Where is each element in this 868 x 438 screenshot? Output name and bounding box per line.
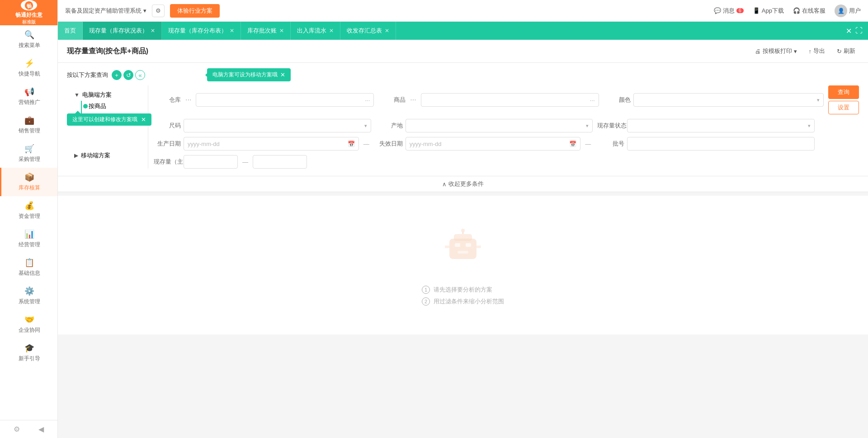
sidebar-item-quick-nav[interactable]: ⚡ 快捷导航 bbox=[0, 54, 57, 82]
sidebar-item-enterprise[interactable]: 🤝 企业协同 bbox=[0, 310, 57, 339]
production-date-start[interactable]: yyyy-mm-dd 📅 bbox=[184, 137, 359, 151]
tab-batch[interactable]: 库存批次账 ✕ bbox=[241, 22, 291, 40]
warehouse-label: 仓库 bbox=[154, 96, 181, 104]
stock-main-end[interactable] bbox=[253, 155, 307, 169]
goods-input[interactable]: ··· bbox=[421, 93, 599, 107]
tab-batch-label: 库存批次账 bbox=[247, 27, 277, 35]
sidebar-item-guide[interactable]: 🎓 新手引导 bbox=[0, 339, 57, 367]
field-origin: 产地 ▾ bbox=[376, 119, 593, 132]
tab-fullscreen-icon[interactable]: ⛶ bbox=[855, 27, 863, 35]
tab-close-icon[interactable]: ✕ bbox=[279, 28, 284, 34]
tab-close-icon[interactable]: ✕ bbox=[329, 28, 334, 34]
scheme-section: ▼ 电脑端方案 按商品 按规格 bbox=[67, 85, 148, 169]
online-support-label: 在线客服 bbox=[802, 7, 826, 15]
sidebar-item-label: 库存核算 bbox=[19, 184, 40, 192]
message-action[interactable]: 💬 消息 6 bbox=[714, 7, 744, 15]
sidebar-item-inventory[interactable]: 📦 库存核算 bbox=[0, 168, 57, 196]
tab-inventory-status[interactable]: 现存量（库存状况表） ✕ bbox=[83, 22, 162, 40]
edit-tooltip-close-icon[interactable]: ✕ bbox=[141, 116, 146, 123]
quick-nav-icon: ⚡ bbox=[24, 58, 34, 68]
date-placeholder: yyyy-mm-dd bbox=[410, 141, 442, 147]
sidebar-item-basic-info[interactable]: 📋 基础信息 bbox=[0, 253, 57, 282]
scheme-group-pc[interactable]: ▼ 电脑端方案 bbox=[71, 89, 115, 101]
goods-dots[interactable]: ··· bbox=[410, 96, 416, 104]
tab-close-icon[interactable]: ✕ bbox=[151, 28, 155, 34]
sidebar-item-finance[interactable]: 💰 资金管理 bbox=[0, 196, 57, 225]
production-date-label: 生产日期 bbox=[154, 140, 181, 148]
dots-icon: ··· bbox=[365, 97, 370, 104]
expiry-date-start[interactable]: yyyy-mm-dd 📅 bbox=[406, 137, 581, 151]
tab-close-icon[interactable]: ✕ bbox=[230, 28, 234, 34]
edit-tooltip-text: 这里可以创建和修改方案哦 bbox=[72, 116, 137, 123]
tab-summary[interactable]: 收发存汇总表 ✕ bbox=[340, 22, 396, 40]
tab-inventory-dist-label: 现存量（库存分布表） bbox=[168, 27, 227, 35]
settings-button[interactable]: ⚙ bbox=[152, 5, 165, 17]
edit-scheme-btn[interactable]: ↺ bbox=[123, 70, 133, 80]
sidebar-item-label: 企业协同 bbox=[19, 326, 40, 334]
color-select[interactable]: ▾ bbox=[633, 93, 824, 107]
tab-bar-actions: ✕ ⛶ bbox=[846, 27, 868, 35]
field-stock-main: 现存量（主） — bbox=[154, 155, 335, 169]
sidebar-item-sales[interactable]: 💼 销售管理 bbox=[0, 111, 57, 139]
svg-point-5 bbox=[461, 229, 465, 232]
scheme-tooltip: 电脑方案可设为移动方案哦 ✕ bbox=[207, 68, 291, 81]
finance-icon: 💰 bbox=[24, 201, 34, 211]
sidebar-item-search[interactable]: 🔍 搜索菜单 bbox=[0, 25, 57, 54]
field-goods: 商品 ··· ··· bbox=[378, 93, 599, 107]
settings-footer-btn[interactable]: ⚙ bbox=[14, 425, 20, 433]
print-label: 按模板打印 bbox=[763, 47, 792, 55]
inventory-icon: 📦 bbox=[24, 172, 34, 182]
app-download-action[interactable]: 📱 App下载 bbox=[753, 7, 784, 15]
batch-no-input[interactable] bbox=[627, 137, 815, 151]
tab-flow[interactable]: 出入库流水 ✕ bbox=[291, 22, 340, 40]
collapse-bar[interactable]: ∧ 收起更多条件 bbox=[58, 176, 868, 192]
online-support-action[interactable]: 🎧 在线客服 bbox=[793, 7, 826, 15]
warehouse-dots[interactable]: ··· bbox=[185, 96, 191, 104]
origin-select[interactable]: ▾ bbox=[406, 119, 593, 132]
message-badge: 6 bbox=[736, 8, 744, 13]
field-production-date: 生产日期 yyyy-mm-dd 📅 — bbox=[154, 137, 371, 151]
stock-status-select[interactable]: ▾ bbox=[627, 119, 815, 132]
svg-rect-10 bbox=[476, 245, 481, 248]
filter-area: 按以下方案查询 + ↺ « 电脑方案可设为移动方案哦 ✕ bbox=[58, 63, 868, 176]
reset-button[interactable]: 设置 bbox=[828, 101, 859, 114]
svg-text:畅: 畅 bbox=[26, 3, 31, 8]
tooltip-close-icon[interactable]: ✕ bbox=[280, 71, 285, 78]
goods-label: 商品 bbox=[378, 96, 406, 104]
avatar-icon: 👤 bbox=[838, 8, 844, 14]
warehouse-input[interactable]: ··· bbox=[196, 93, 374, 107]
system-selector[interactable]: 装备及固定资产辅助管理系统 ▾ bbox=[65, 7, 146, 15]
add-scheme-btn[interactable]: + bbox=[112, 70, 122, 80]
print-icon: 🖨 bbox=[755, 48, 761, 55]
stock-main-start[interactable] bbox=[184, 155, 238, 169]
sidebar-item-purchase[interactable]: 🛒 采购管理 bbox=[0, 139, 57, 168]
size-select[interactable]: ▾ bbox=[184, 119, 371, 132]
tab-inventory-dist[interactable]: 现存量（库存分布表） ✕ bbox=[162, 22, 241, 40]
print-button[interactable]: 🖨 按模板打印 ▾ bbox=[751, 45, 801, 57]
refresh-button[interactable]: ↻ 刷新 bbox=[833, 45, 859, 57]
enterprise-icon: 🤝 bbox=[24, 315, 34, 325]
stock-range-sep: — bbox=[241, 159, 250, 165]
field-expiry-date: 失效日期 yyyy-mm-dd 📅 — bbox=[376, 137, 593, 151]
export-icon: ↑ bbox=[809, 48, 812, 55]
sidebar-item-system[interactable]: ⚙️ 系统管理 bbox=[0, 282, 57, 310]
tab-home[interactable]: 首页 bbox=[58, 22, 83, 40]
scheme-group-mobile[interactable]: ▶ 移动端方案 bbox=[71, 150, 114, 161]
search-btns: 查询 设置 bbox=[828, 85, 859, 114]
industry-button[interactable]: 体验行业方案 bbox=[170, 4, 220, 18]
collapse-sidebar-btn[interactable]: ◀ bbox=[38, 425, 44, 433]
user-action[interactable]: 👤 用户 bbox=[835, 5, 861, 17]
dots-icon: ··· bbox=[590, 97, 595, 104]
back-scheme-btn[interactable]: « bbox=[135, 70, 145, 80]
stock-status-label: 现存量状态 bbox=[597, 122, 624, 130]
sidebar-item-marketing[interactable]: 📢 营销推广 bbox=[0, 82, 57, 111]
export-button[interactable]: ↑ 导出 bbox=[805, 45, 829, 57]
filter-fields: 仓库 ··· ··· 商品 ··· ··· bbox=[148, 85, 859, 169]
sidebar-item-management[interactable]: 📊 经营管理 bbox=[0, 225, 57, 253]
search-button[interactable]: 查询 bbox=[828, 85, 859, 99]
tab-bar: 首页 现存量（库存状况表） ✕ 现存量（库存分布表） ✕ 库存批次账 ✕ 出入库… bbox=[58, 22, 868, 40]
tab-close-all-icon[interactable]: ✕ bbox=[846, 27, 852, 35]
tab-close-icon[interactable]: ✕ bbox=[385, 28, 389, 34]
scheme-item-goods[interactable]: 按商品 bbox=[80, 101, 110, 112]
header-left: 装备及固定资产辅助管理系统 ▾ ⚙ 体验行业方案 bbox=[65, 4, 220, 18]
